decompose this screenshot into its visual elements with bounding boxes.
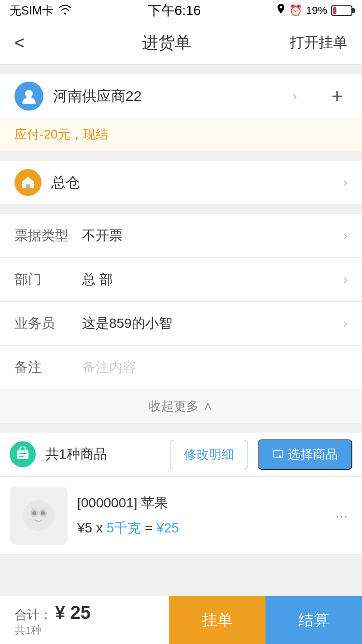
total-count: 共1种 <box>14 623 154 638</box>
bottom-bar: 合计： ¥ 25 共1种 挂单 结算 <box>0 596 362 644</box>
svg-rect-2 <box>17 450 28 459</box>
svg-rect-3 <box>19 453 27 454</box>
invoice-value: 不开票 <box>82 226 343 245</box>
svg-point-6 <box>23 500 54 531</box>
remark-input[interactable]: 备注内容 <box>82 358 348 377</box>
status-time: 下午6:16 <box>148 1 201 20</box>
products-header: 共1种商品 修改明细 选择商品 <box>0 433 362 476</box>
open-hold-button[interactable]: 打开挂单 <box>290 33 348 53</box>
warehouse-name: 总仓 <box>51 173 343 193</box>
warehouse-chevron-icon: › <box>343 175 348 190</box>
battery-percent: 19% <box>306 4 327 17</box>
svg-rect-1 <box>26 184 30 188</box>
supplier-name: 河南供应商22 <box>53 86 292 106</box>
total-amount: ¥ 25 <box>55 602 91 623</box>
select-product-label: 选择商品 <box>288 446 338 463</box>
product-price: ¥5 x 5千克 = ¥25 <box>77 519 321 537</box>
dept-chevron-icon: › <box>343 272 348 287</box>
product-item: [0000001] 苹果 ¥5 x 5千克 = ¥25 ··· <box>0 477 362 554</box>
product-details: [0000001] 苹果 ¥5 x 5千克 = ¥25 <box>77 494 321 537</box>
warehouse-row[interactable]: 总仓 › <box>0 161 362 204</box>
products-icon <box>10 441 36 467</box>
wifi-icon <box>58 4 72 17</box>
select-product-button[interactable]: 选择商品 <box>258 439 352 470</box>
edit-detail-button[interactable]: 修改明细 <box>170 440 248 469</box>
supplier-avatar <box>14 82 43 111</box>
alarm-icon: ⏰ <box>289 4 302 17</box>
battery-icon <box>331 5 352 16</box>
total-label: 合计： <box>14 606 52 623</box>
remark-label: 备注 <box>14 358 82 377</box>
bottom-spacer <box>0 554 362 602</box>
invoice-row[interactable]: 票据类型 不开票 › <box>0 214 362 257</box>
hold-button[interactable]: 挂单 <box>169 596 265 644</box>
status-left: 无SIM卡 <box>10 3 72 18</box>
separator-3 <box>0 204 362 214</box>
nav-bar: < 进货单 打开挂单 <box>0 21 362 65</box>
status-bar: 无SIM卡 下午6:16 ⏰ 19% <box>0 0 362 21</box>
supplier-section: 河南供应商22 › + 应付-20元，现结 <box>0 74 362 151</box>
supplier-chevron-icon: › <box>292 88 297 104</box>
collapse-button[interactable]: 收起更多 ∧ <box>0 389 362 423</box>
separator-4 <box>0 423 362 433</box>
product-name: [0000001] 苹果 <box>77 494 321 512</box>
remark-row[interactable]: 备注 备注内容 <box>0 346 362 389</box>
page-title: 进货单 <box>142 32 191 54</box>
separator-1 <box>0 65 362 74</box>
staff-row[interactable]: 业务员 这是859的小智 › <box>0 302 362 345</box>
staff-value: 这是859的小智 <box>82 314 343 333</box>
staff-chevron-icon: › <box>343 316 348 331</box>
svg-rect-5 <box>273 450 283 457</box>
product-count: 共1种商品 <box>45 445 160 463</box>
collapse-label: 收起更多 ∧ <box>149 398 213 415</box>
carrier-text: 无SIM卡 <box>10 3 54 18</box>
add-supplier-button[interactable]: + <box>327 85 348 107</box>
status-right: ⏰ 19% <box>277 4 352 17</box>
svg-point-0 <box>25 90 33 98</box>
back-button[interactable]: < <box>14 33 43 53</box>
product-thumbnail <box>10 487 68 545</box>
total-row: 合计： ¥ 25 <box>14 602 154 623</box>
dept-row[interactable]: 部门 总 部 › <box>0 258 362 301</box>
svg-rect-4 <box>19 456 24 457</box>
supplier-notice: 应付-20元，现结 <box>0 118 362 151</box>
checkout-button[interactable]: 结算 <box>265 596 362 644</box>
dept-label: 部门 <box>14 270 82 289</box>
product-more-button[interactable]: ··· <box>331 503 352 529</box>
dept-value: 总 部 <box>82 270 343 289</box>
invoice-label: 票据类型 <box>14 226 82 245</box>
warehouse-section: 总仓 › <box>0 161 362 204</box>
warehouse-icon <box>14 169 42 196</box>
invoice-chevron-icon: › <box>343 228 348 243</box>
total-section: 合计： ¥ 25 共1种 <box>0 602 169 638</box>
svg-point-9 <box>32 511 36 515</box>
form-section: 票据类型 不开票 › 部门 总 部 › 业务员 这是859的小智 › 备注 备注… <box>0 214 362 389</box>
svg-point-10 <box>41 511 45 515</box>
location-icon <box>277 4 285 17</box>
separator-2 <box>0 151 362 161</box>
supplier-row[interactable]: 河南供应商22 › + <box>0 74 362 118</box>
divider <box>312 84 312 108</box>
staff-label: 业务员 <box>14 314 82 333</box>
